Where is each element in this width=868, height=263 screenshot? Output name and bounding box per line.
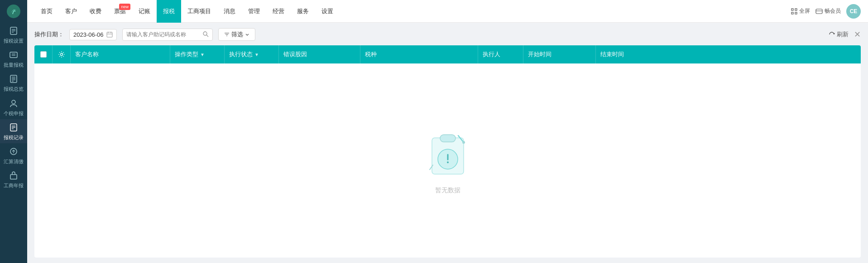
sidebar-item-geshuishebi[interactable]: 个税申报 bbox=[0, 95, 27, 119]
svg-rect-24 bbox=[795, 12, 797, 14]
sidebar-item-piliang-baoshui-label: 批量报税 bbox=[4, 62, 24, 68]
huisuan-jiaona-icon bbox=[9, 147, 18, 157]
sidebar-item-baoshui-shezhi[interactable]: 报税设置 bbox=[0, 23, 27, 47]
th-tax-type: 税种 bbox=[360, 45, 478, 63]
table-header: 客户名称 操作类型 ▼ 执行状态 ▼ 错误股因 税种 执行人 bbox=[34, 45, 861, 63]
empty-text: 暂无数据 bbox=[435, 186, 460, 195]
nav-fuwu[interactable]: 服务 bbox=[291, 0, 315, 23]
nav-piao[interactable]: 票据 new bbox=[108, 0, 132, 23]
th-end-time: 结束时间 bbox=[596, 45, 650, 63]
baoshui-shezhi-icon bbox=[9, 26, 18, 37]
main-area: 首页 客户 收费 票据 new 记账 报税 工商项目 消息 管理 经营 bbox=[27, 0, 868, 263]
exec-status-filter-icon[interactable]: ▼ bbox=[254, 52, 259, 57]
th-error-reason: 错误股因 bbox=[279, 45, 360, 63]
sidebar-item-huisuan-jiaona-label: 汇算清缴 bbox=[4, 159, 24, 165]
sidebar-item-gongshangnian-bao[interactable]: 工商年报 bbox=[0, 167, 27, 191]
th-op-type[interactable]: 操作类型 ▼ bbox=[170, 45, 225, 63]
nav-jizhan[interactable]: 记账 bbox=[132, 0, 157, 23]
nav-shoufei[interactable]: 收费 bbox=[83, 0, 108, 23]
piao-badge: new bbox=[119, 4, 130, 10]
svg-rect-25 bbox=[816, 9, 822, 14]
sidebar-item-baoshui-shezhi-label: 报税设置 bbox=[4, 38, 24, 44]
th-exec-status[interactable]: 执行状态 ▼ bbox=[225, 45, 279, 63]
svg-rect-38 bbox=[440, 135, 456, 142]
th-start-time: 开始时间 bbox=[523, 45, 596, 63]
sidebar-item-gongshangnian-bao-label: 工商年报 bbox=[4, 183, 24, 189]
piliang-baoshui-icon bbox=[9, 50, 18, 61]
filter-icon bbox=[224, 32, 230, 37]
filter-label: 筛选 bbox=[231, 30, 243, 39]
refresh-icon bbox=[829, 31, 835, 38]
search-icon[interactable] bbox=[202, 31, 209, 39]
refresh-button[interactable]: 刷新 bbox=[829, 30, 849, 39]
sidebar-item-baoshui-zonglam-label: 报税总览 bbox=[4, 86, 24, 92]
date-value: 2023-06-06 bbox=[73, 31, 104, 38]
svg-rect-27 bbox=[107, 32, 112, 37]
settings-icon bbox=[58, 51, 65, 58]
svg-line-32 bbox=[206, 35, 208, 37]
header-checkbox[interactable] bbox=[40, 51, 47, 58]
th-checkbox[interactable] bbox=[34, 45, 53, 63]
svg-rect-8 bbox=[10, 75, 17, 83]
svg-rect-20 bbox=[10, 175, 17, 179]
svg-rect-5 bbox=[10, 52, 17, 58]
svg-point-31 bbox=[203, 32, 207, 35]
sidebar-item-baoshuijilu[interactable]: 报税记录 bbox=[0, 119, 27, 143]
svg-rect-21 bbox=[791, 9, 793, 10]
toolbar: 操作日期： 2023-06-06 筛选 bbox=[34, 28, 861, 41]
sidebar-item-huisuan-jiaona[interactable]: 汇算清缴 bbox=[0, 143, 27, 167]
nav-customer[interactable]: 客户 bbox=[59, 0, 83, 23]
baoshuijilu-icon bbox=[9, 123, 18, 133]
search-input[interactable] bbox=[126, 31, 202, 38]
member-btn[interactable]: 畅会员 bbox=[815, 7, 841, 15]
nav-guanli[interactable]: 管理 bbox=[242, 0, 266, 23]
search-input-wrap[interactable] bbox=[122, 29, 213, 41]
nav-shezhi[interactable]: 设置 bbox=[315, 0, 340, 23]
close-button[interactable]: ✕ bbox=[854, 30, 861, 39]
svg-point-43 bbox=[462, 141, 465, 144]
nav-jingying[interactable]: 经营 bbox=[266, 0, 291, 23]
sidebar-item-baoshuijilu-label: 报税记录 bbox=[4, 135, 24, 141]
nav-right: 全屏 畅会员 CE bbox=[791, 4, 861, 19]
data-table: 客户名称 操作类型 ▼ 执行状态 ▼ 错误股因 税种 执行人 bbox=[34, 45, 861, 258]
svg-point-13 bbox=[12, 100, 15, 104]
sidebar-item-baoshui-zonglam[interactable]: 报税总览 bbox=[0, 71, 27, 95]
empty-state: 暂无数据 bbox=[34, 63, 861, 258]
sidebar-item-geshuishebi-label: 个税申报 bbox=[4, 111, 24, 117]
nav-home[interactable]: 首页 bbox=[34, 0, 59, 23]
geshuishebi-icon bbox=[9, 99, 18, 109]
chevron-down-icon bbox=[245, 32, 249, 37]
th-executor: 执行人 bbox=[478, 45, 523, 63]
filter-button[interactable]: 筛选 bbox=[218, 28, 255, 41]
nav-gongshang[interactable]: 工商项目 bbox=[181, 0, 217, 23]
date-label: 操作日期： bbox=[34, 30, 64, 39]
svg-point-36 bbox=[60, 54, 62, 56]
th-settings[interactable] bbox=[53, 45, 71, 63]
nav-xiaoxi[interactable]: 消息 bbox=[217, 0, 242, 23]
baoshui-zonglam-icon bbox=[9, 74, 18, 85]
nav-baoshui[interactable]: 报税 bbox=[157, 0, 181, 23]
fullscreen-icon bbox=[791, 8, 797, 15]
svg-point-41 bbox=[447, 161, 449, 163]
sidebar-logo bbox=[0, 0, 27, 23]
fullscreen-btn[interactable]: 全屏 bbox=[791, 7, 810, 15]
refresh-label: 刷新 bbox=[837, 30, 849, 39]
content-area: 操作日期： 2023-06-06 筛选 bbox=[27, 23, 868, 263]
empty-illustration bbox=[423, 127, 473, 181]
calendar-icon bbox=[106, 31, 113, 38]
member-icon bbox=[815, 8, 823, 15]
svg-rect-23 bbox=[791, 12, 793, 14]
date-picker[interactable]: 2023-06-06 bbox=[69, 29, 117, 40]
op-type-filter-icon[interactable]: ▼ bbox=[200, 52, 205, 57]
sidebar: 报税设置 批量报税 报税总览 个税申报 报税记录 汇算清缴 工商 bbox=[0, 0, 27, 263]
topnav: 首页 客户 收费 票据 new 记账 报税 工商项目 消息 管理 经营 bbox=[27, 0, 868, 23]
user-avatar[interactable]: CE bbox=[846, 4, 861, 19]
gongshangnian-bao-icon bbox=[9, 171, 18, 181]
th-customer-name: 客户名称 bbox=[71, 45, 170, 63]
sidebar-item-piliang-baoshui[interactable]: 批量报税 bbox=[0, 47, 27, 71]
svg-rect-22 bbox=[795, 9, 797, 10]
